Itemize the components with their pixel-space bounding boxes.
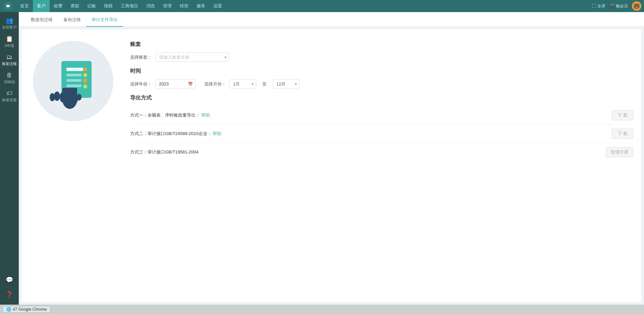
nav-tax[interactable]: 报税 bbox=[100, 0, 117, 12]
month-select-label: 选择月份： bbox=[204, 81, 226, 87]
start-month-select-wrapper: 1月2月3月4月 5月6月7月8月 9月10月11月12月 bbox=[229, 79, 256, 88]
time-section-title: 时间 bbox=[130, 68, 633, 75]
export-section-title: 导出方式 bbox=[130, 95, 633, 102]
svg-rect-4 bbox=[66, 74, 82, 76]
help-icon[interactable]: ❓ bbox=[3, 289, 15, 301]
sidebar-item-tag-settings[interactable]: 🏷 标签设置 bbox=[1, 88, 18, 105]
method-1-label: 方式一：余额表、序时账批量导出： 帮助 bbox=[130, 112, 210, 118]
export-method-1: 方式一：余额表、序时账批量导出： 帮助 下 载 bbox=[130, 106, 633, 125]
illustration-circle bbox=[33, 41, 113, 121]
nav-accounting[interactable]: 记账 bbox=[83, 0, 100, 12]
year-input-wrap bbox=[155, 79, 196, 88]
nav-home[interactable]: 首页 bbox=[16, 0, 33, 12]
year-select-label: 选择年份： bbox=[130, 81, 152, 87]
logo bbox=[3, 1, 13, 11]
sidebar-item-recycle[interactable]: 🗑 回收站 bbox=[1, 70, 18, 86]
nav-settings[interactable]: 设置 bbox=[209, 0, 226, 12]
member-button[interactable]: 🎬 畅会员 bbox=[609, 3, 628, 9]
account-select-row: 选择账套： 请输入账套名称 bbox=[130, 53, 633, 62]
account-select-label: 选择账套： bbox=[130, 54, 152, 60]
illustration-svg bbox=[43, 48, 103, 115]
sidebar-item-zero-declare[interactable]: 📋 0申报 bbox=[1, 33, 18, 50]
svg-point-8 bbox=[83, 73, 87, 77]
svg-rect-6 bbox=[66, 84, 82, 87]
svg-point-1 bbox=[7, 5, 9, 7]
tag-settings-icon: 🏷 bbox=[6, 90, 12, 97]
nav-service[interactable]: 服务 bbox=[193, 0, 209, 12]
account-migrate-icon: 🗂 bbox=[6, 54, 12, 61]
method-3-label: 方式三：审计接口GB/T19581-2004 bbox=[130, 149, 199, 155]
illustration-wrap bbox=[30, 38, 117, 125]
method-2-download-button[interactable]: 下 载 bbox=[612, 129, 633, 139]
zero-declare-icon: 📋 bbox=[6, 35, 13, 43]
tab-backup-migrate[interactable]: 备份迁移 bbox=[58, 13, 86, 27]
taskbar-chrome-tab[interactable]: 🌐 47 Google Chrome bbox=[3, 306, 50, 313]
time-row: 选择年份： 选择月份： 1月2月3月4月 5月6月7月8月 9月10月11月12… bbox=[130, 79, 633, 88]
recycle-icon: 🗑 bbox=[6, 72, 12, 79]
taskbar: 🌐 47 Google Chrome bbox=[0, 305, 644, 314]
fullscreen-button[interactable]: ⛶ 全屏 bbox=[592, 3, 605, 9]
svg-point-10 bbox=[83, 84, 87, 88]
svg-rect-17 bbox=[62, 88, 77, 101]
nav-customer[interactable]: 客户 bbox=[33, 0, 50, 12]
method-3-coming-soon-button: 暂缓开通 bbox=[606, 147, 633, 157]
nav-invoice[interactable]: 票据 bbox=[66, 0, 83, 12]
content-area: 数据包迁移 备份迁移 审计文件导出 bbox=[19, 12, 644, 305]
account-select-wrapper: 请输入账套名称 bbox=[155, 53, 229, 62]
nav-msg[interactable]: 消息 bbox=[142, 0, 159, 12]
method-2-help-link[interactable]: 帮助 bbox=[213, 131, 221, 136]
method-2-label: 方式二：审计接口GB/T24589-2010企业： 帮助 bbox=[130, 131, 221, 137]
export-method-2: 方式二：审计接口GB/T24589-2010企业： 帮助 下 载 bbox=[130, 125, 633, 143]
svg-rect-5 bbox=[66, 79, 82, 82]
account-select[interactable]: 请输入账套名称 bbox=[155, 53, 229, 62]
chrome-icon: 🌐 bbox=[6, 307, 11, 312]
main-layout: 👥 全部客户 📋 0申报 🗂 账套迁移 🗑 回收站 🏷 标签设置 💬 ❓ 数据包… bbox=[0, 12, 644, 305]
sidebar-item-account-migrate[interactable]: 🗂 账套迁移 bbox=[1, 52, 18, 68]
member-icon: 🎬 bbox=[609, 4, 614, 8]
end-month-select[interactable]: 1月2月3月4月 5月6月7月8月 9月10月11月 12月 bbox=[273, 79, 300, 88]
nav-ops[interactable]: 经营 bbox=[176, 0, 193, 12]
top-nav-right: ⛶ 全屏 🎬 畅会员 🐻 bbox=[592, 1, 641, 11]
svg-rect-3 bbox=[66, 68, 83, 71]
year-input[interactable] bbox=[155, 79, 196, 88]
tab-data-package[interactable]: 数据包迁移 bbox=[25, 13, 58, 27]
nav-manage[interactable]: 管理 bbox=[159, 0, 176, 12]
nav-fee[interactable]: 收费 bbox=[50, 0, 66, 12]
sidebar-bottom: 💬 ❓ bbox=[3, 274, 15, 305]
page-content: 账套 选择账套： 请输入账套名称 时间 选择年份： bbox=[21, 29, 641, 302]
export-container: 账套 选择账套： 请输入账套名称 时间 选择年份： bbox=[30, 38, 633, 161]
svg-point-9 bbox=[83, 79, 87, 83]
account-section-title: 账套 bbox=[130, 41, 633, 48]
sidebar: 👥 全部客户 📋 0申报 🗂 账套迁移 🗑 回收站 🏷 标签设置 💬 ❓ bbox=[0, 12, 19, 305]
svg-point-16 bbox=[77, 94, 82, 101]
method-1-download-button[interactable]: 下 载 bbox=[612, 110, 633, 120]
all-customers-icon: 👥 bbox=[6, 17, 13, 24]
svg-point-14 bbox=[50, 93, 55, 101]
method-1-help-link[interactable]: 帮助 bbox=[201, 113, 210, 118]
to-label: 至 bbox=[262, 81, 267, 87]
start-month-select[interactable]: 1月2月3月4月 5月6月7月8月 9月10月11月12月 bbox=[229, 79, 256, 88]
sidebar-item-all-customers[interactable]: 👥 全部客户 bbox=[1, 15, 18, 32]
nav-items: 首页 客户 收费 票据 记账 报税 工商项目 消息 管理 经营 服务 设置 bbox=[16, 0, 226, 12]
top-nav: 首页 客户 收费 票据 记账 报税 工商项目 消息 管理 经营 服务 设置 ⛶ … bbox=[0, 0, 644, 12]
nav-biz[interactable]: 工商项目 bbox=[117, 0, 142, 12]
avatar[interactable]: 🐻 bbox=[632, 1, 641, 11]
tab-bar: 数据包迁移 备份迁移 审计文件导出 bbox=[19, 12, 644, 27]
message-icon[interactable]: 💬 bbox=[3, 274, 15, 286]
svg-point-7 bbox=[83, 67, 87, 71]
tab-audit-export[interactable]: 审计文件导出 bbox=[86, 13, 123, 27]
fullscreen-icon: ⛶ bbox=[592, 4, 596, 8]
form-area: 账套 选择账套： 请输入账套名称 时间 选择年份： bbox=[130, 38, 633, 161]
export-method-3: 方式三：审计接口GB/T19581-2004 暂缓开通 bbox=[130, 143, 633, 161]
end-month-select-wrapper: 1月2月3月4月 5月6月7月8月 9月10月11月 12月 bbox=[273, 79, 300, 88]
